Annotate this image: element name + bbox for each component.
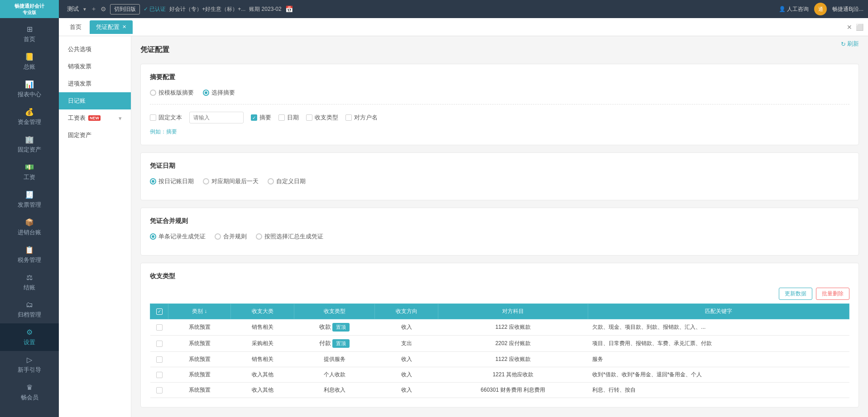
nav-item-label: 进项发票 xyxy=(68,80,91,88)
radio-label: 按模板版摘要 xyxy=(158,89,194,97)
radio-template[interactable]: 按模板版摘要 xyxy=(150,89,194,97)
sidebar-item-home[interactable]: ⊞ 首页 xyxy=(0,20,59,48)
sidebar-item-label: 新手引导 xyxy=(18,366,41,374)
logo-area: 畅捷通好会计专业版 xyxy=(0,0,59,18)
user-service-button[interactable]: 👤 人工咨询 xyxy=(779,5,809,13)
radio-label: 合并规则 xyxy=(223,232,247,241)
nav-item-payroll[interactable]: 工资表 NEW ▾ xyxy=(59,109,131,127)
tab-close-icon[interactable]: ✕ xyxy=(122,24,126,30)
sidebar-item-guide[interactable]: ▷ 新手引导 xyxy=(0,351,59,379)
cell-type: 利息收入 xyxy=(294,383,375,398)
sidebar: ⊞ 首页 📒 总账 📊 报表中心 💰 资金管理 🏢 固定资产 💵 工资 🧾 发票… xyxy=(0,18,59,417)
radio-journal-date[interactable]: 按日记账日期 xyxy=(150,177,194,185)
select-all-checkbox[interactable]: ✓ xyxy=(156,308,163,315)
sidebar-item-salary[interactable]: 💵 工资 xyxy=(0,158,59,186)
sidebar-item-archive[interactable]: 🗂 归档管理 xyxy=(0,296,59,323)
sidebar-item-settlement[interactable]: ⚖ 结账 xyxy=(0,269,59,296)
nav-item-sales-invoice[interactable]: 销项发票 xyxy=(59,58,131,75)
nav-item-label: 销项发票 xyxy=(68,62,91,71)
nav-item-fixed-assets-nav[interactable]: 固定资产 xyxy=(59,127,131,144)
radio-custom-date[interactable]: 自定义日期 xyxy=(268,177,306,185)
col-contra-account: 对方科目 xyxy=(438,304,588,319)
refresh-button[interactable]: ↻ 刷新 xyxy=(841,40,859,48)
cell-major-type: 收入其他 xyxy=(231,383,294,398)
pin-top-button[interactable]: 置顶 xyxy=(332,339,350,348)
window-maximize-button[interactable]: ⬜ xyxy=(856,24,863,31)
cell-major-type: 销售相关 xyxy=(231,352,294,367)
expand-icon: ▾ xyxy=(119,115,122,122)
radio-single-entry[interactable]: 单条记录生成凭证 xyxy=(150,232,206,241)
window-close-button[interactable]: ✕ xyxy=(847,24,852,31)
radio-period-last-day[interactable]: 对应期间最后一天 xyxy=(203,177,259,185)
income-expense-title: 收支类型 xyxy=(150,272,849,280)
batch-delete-button[interactable]: 批量删除 xyxy=(816,288,849,300)
nav-item-purchase-invoice[interactable]: 进项发票 xyxy=(59,75,131,92)
summary-config-section: 摘要配置 按模板版摘要 选择摘要 xyxy=(140,64,859,145)
checkbox-label: 固定文本 xyxy=(158,114,182,122)
col-match-keyword: 匹配关键字 xyxy=(588,304,849,319)
update-data-button[interactable]: 更新数据 xyxy=(779,288,812,300)
settings-icon[interactable]: ⚙ xyxy=(101,5,106,13)
row-checkbox[interactable] xyxy=(156,387,163,393)
radio-merge-rule[interactable]: 合并规则 xyxy=(215,232,247,241)
tab-voucher-config[interactable]: 凭证配置 ✕ xyxy=(90,20,133,34)
reports-icon: 📊 xyxy=(25,80,34,89)
checkbox-fixed-text[interactable]: 固定文本 xyxy=(150,114,182,122)
table-actions: 更新数据 批量删除 xyxy=(150,288,849,300)
page-content: 公共选项 销项发票 进项发票 日记账 工资表 NEW ▾ 固定资产 xyxy=(59,36,868,417)
checkbox-date[interactable]: 日期 xyxy=(278,114,299,122)
col-type: 收支类型 xyxy=(294,304,375,319)
sidebar-item-label: 税务管理 xyxy=(18,256,41,264)
right-area: 👤 人工咨询 通 畅捷通Bj沿... xyxy=(779,3,863,15)
radio-select-total[interactable]: 按照选择汇总生成凭证 xyxy=(256,232,323,241)
cell-contra-account: 1122 应收账款 xyxy=(438,319,588,336)
pin-top-button[interactable]: 置顶 xyxy=(332,323,350,332)
tab-home[interactable]: 首页 xyxy=(63,20,88,34)
nav-item-public[interactable]: 公共选项 xyxy=(59,41,131,58)
cell-type: 付款 置顶 xyxy=(294,336,375,352)
row-checkbox[interactable] xyxy=(156,356,163,363)
add-icon[interactable]: ＋ xyxy=(91,5,97,13)
cell-match-keyword: 服务 xyxy=(588,352,849,367)
sidebar-item-tax[interactable]: 📋 税务管理 xyxy=(0,241,59,269)
sidebar-item-funds[interactable]: 💰 资金管理 xyxy=(0,103,59,131)
salary-icon: 💵 xyxy=(25,163,34,171)
sidebar-item-label: 进销台账 xyxy=(18,228,41,237)
calendar-icon[interactable]: 📅 xyxy=(285,5,293,13)
nav-item-daily-journal[interactable]: 日记账 xyxy=(59,92,131,109)
sidebar-item-fixed-assets[interactable]: 🏢 固定资产 xyxy=(0,131,59,158)
fixed-text-input[interactable] xyxy=(189,112,244,123)
certified-status: ✓ 已认证 xyxy=(144,5,166,13)
radio-circle xyxy=(268,178,274,185)
sidebar-item-invoice-mgmt[interactable]: 🧾 发票管理 xyxy=(0,186,59,213)
radio-circle xyxy=(256,233,262,240)
sidebar-item-reports[interactable]: 📊 报表中心 xyxy=(0,76,59,103)
chevron-down-icon[interactable]: ▼ xyxy=(82,7,87,12)
purchase-sales-icon: 📦 xyxy=(25,218,34,227)
cell-type: 提供服务 xyxy=(294,352,375,367)
sidebar-item-purchase-sales[interactable]: 📦 进销台账 xyxy=(0,213,59,241)
switch-old-button[interactable]: 切到旧版 xyxy=(110,4,140,14)
checkbox-box xyxy=(278,114,285,121)
checkbox-summary[interactable]: ✓ 摘要 xyxy=(251,114,271,122)
sidebar-item-ledger[interactable]: 📒 总账 xyxy=(0,48,59,76)
cell-contra-account: 1221 其他应收款 xyxy=(438,367,588,383)
tab-bar: 首页 凭证配置 ✕ ✕ ⬜ xyxy=(59,18,868,36)
checkbox-income-expense-type[interactable]: 收支类型 xyxy=(306,114,338,122)
radio-circle xyxy=(150,178,156,185)
left-nav: 公共选项 销项发票 进项发票 日记账 工资表 NEW ▾ 固定资产 xyxy=(59,36,131,417)
checkbox-counterpart-name[interactable]: 对方户名 xyxy=(345,114,378,122)
income-expense-section: 收支类型 更新数据 批量删除 ✓ 类别 ↓ 收支大类 xyxy=(140,263,859,408)
cell-major-type: 销售相关 xyxy=(231,319,294,336)
row-checkbox[interactable] xyxy=(156,324,163,331)
cell-match-keyword: 收到*借款、收到*备用金、退回*备用金、个人 xyxy=(588,367,849,383)
sidebar-item-settings[interactable]: ⚙ 设置 xyxy=(0,323,59,351)
cell-direction: 收入 xyxy=(374,367,438,383)
col-category[interactable]: 类别 ↓ xyxy=(168,304,231,319)
radio-label: 单条记录生成凭证 xyxy=(158,232,206,241)
sidebar-item-member[interactable]: ♛ 畅会员 xyxy=(0,379,59,406)
radio-select[interactable]: 选择摘要 xyxy=(203,89,235,97)
row-checkbox[interactable] xyxy=(156,341,163,347)
row-checkbox[interactable] xyxy=(156,372,163,378)
cell-category: 系统预置 xyxy=(168,352,231,367)
